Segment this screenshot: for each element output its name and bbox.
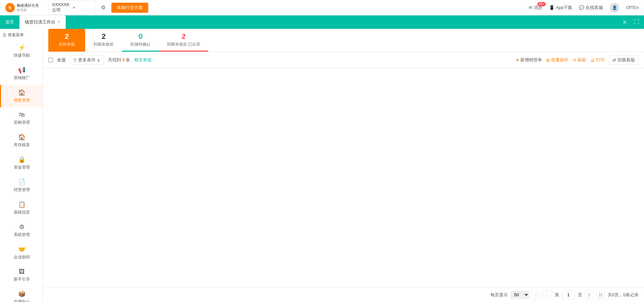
sidebar-item-cooperation[interactable]: 🤝 企业协同 <box>0 242 43 264</box>
service-icon: 💬 <box>579 5 584 10</box>
tab-expand-button[interactable]: ⛶ <box>632 17 641 27</box>
stat-num-all: 2 <box>65 32 69 41</box>
filter-button[interactable]: ▽ 更多条件 ∨ <box>70 55 104 65</box>
page-input[interactable] <box>562 291 575 299</box>
stat-tab-overdue-out[interactable]: 2 到期未收款 已出库 <box>159 29 208 52</box>
user-name: OfTEn <box>626 5 639 10</box>
stat-tab-all[interactable]: 2 全部单据 <box>48 29 85 52</box>
select-all-label: 全选 <box>57 57 66 63</box>
tab-home[interactable]: 首页 <box>0 15 19 29</box>
message-button[interactable]: ✉ 消息 99+ <box>529 5 542 11</box>
total-text: 共0页，0条记录 <box>608 292 639 298</box>
stats-tabs: 2 全部单据 2 到期未收款 0 旺辅待确认 2 到期未收款 已出库 <box>43 29 644 52</box>
found-count: 0 <box>122 57 125 62</box>
sidebar-search[interactable]: ☰ 搜索菜单 <box>0 29 43 40</box>
system-icon: ⚙ <box>19 223 24 231</box>
refresh-icon: ↺ <box>573 58 576 63</box>
filter-chevron-icon: ∨ <box>97 58 100 63</box>
sidebar-item-operations[interactable]: 📄 经营管理 <box>0 174 43 197</box>
found-link[interactable]: 相关单据 <box>134 57 152 63</box>
print-icon: 🖨 <box>590 58 595 63</box>
sidebar-item-purchase[interactable]: 🛍 采购管理 <box>0 107 43 129</box>
per-page-select[interactable]: 50 10 20 100 <box>511 291 529 299</box>
sidebar-item-basic-info[interactable]: 📋 基础信息 <box>0 197 43 219</box>
message-icon: ✉ <box>529 5 532 10</box>
avatar[interactable]: 👤 <box>610 3 619 12</box>
batch-operation-button[interactable]: ⊞ 批量操作 <box>546 57 569 63</box>
refresh-button[interactable]: ↺ 刷新 <box>573 57 586 63</box>
logo-text: 畅捷通好生意 标准版 <box>17 3 39 12</box>
switch-version-button[interactable]: ⇄ 切换新版 <box>609 55 639 65</box>
page-label: 第 <box>555 292 559 298</box>
select-all-checkbox[interactable] <box>48 58 53 62</box>
tab-close-icon[interactable]: ✕ <box>57 20 60 24</box>
avatar-icon: 👤 <box>612 5 617 10</box>
stat-tab-wangpu[interactable]: 0 旺辅待确认 <box>122 29 159 52</box>
sidebar-item-guide[interactable]: 🖼 新手引导 <box>0 264 43 286</box>
app-center-icon: 📦 <box>18 290 25 298</box>
company-selector[interactable]: XXXXXX公司 ▾ <box>48 0 95 15</box>
page-prev-button[interactable]: ⟨ <box>543 291 552 299</box>
per-page-label: 每页显示 <box>490 292 508 298</box>
online-service-button[interactable]: 💬 在线客服 <box>579 5 603 11</box>
stat-label-wangpu: 旺辅待确认 <box>130 42 151 47</box>
stat-label-overdue: 到期未收款 <box>94 42 114 47</box>
cooperation-icon: 🤝 <box>18 246 25 253</box>
message-badge: 99+ <box>537 2 546 6</box>
settings-button[interactable]: ⚙ <box>98 2 109 13</box>
capital-icon: 🔒 <box>18 156 25 163</box>
content-area: 2 全部单据 2 到期未收款 0 旺辅待确认 2 到期未收款 已出库 全选 ▽ … <box>43 29 644 302</box>
inventory-icon: 🏠 <box>18 133 25 141</box>
tab-bar-right: ✕ ⛶ <box>620 17 644 27</box>
print-button[interactable]: 🖨 打印 <box>590 57 605 63</box>
page-label-2: 页 <box>578 292 582 298</box>
table-area <box>43 68 644 287</box>
stat-num-overdue-out: 2 <box>182 32 186 41</box>
sidebar-item-capital[interactable]: 🔒 资金管理 <box>0 152 43 174</box>
purchase-icon: 🛍 <box>19 111 25 118</box>
sidebar-item-marketing[interactable]: 📢 营销推广 <box>0 62 43 85</box>
stat-label-all: 全部单据 <box>59 42 75 47</box>
tab-minimize-button[interactable]: ✕ <box>620 17 629 27</box>
tab-bar: 首页 钱货日清工作台 ✕ ✕ ⛶ <box>0 15 644 29</box>
main-layout: ☰ 搜索菜单 ⚡ 快捷导航 📢 营销推广 🏠 销售管理 🛍 采购管理 🏠 库存核… <box>0 29 644 302</box>
chevron-down-icon: ▾ <box>73 5 92 10</box>
toolbar: 全选 ▽ 更多条件 ∨ 共找到 0 条 相关单据 + 新增销货单 ⊞ 批量操作 <box>43 52 644 68</box>
sidebar: ☰ 搜索菜单 ⚡ 快捷导航 📢 营销推广 🏠 销售管理 🛍 采购管理 🏠 库存核… <box>0 29 43 302</box>
stat-num-wangpu: 0 <box>139 32 143 41</box>
sales-icon: 🏠 <box>18 89 25 96</box>
pagination-bar: 每页显示 50 10 20 100 ⟨⟨ ⟨ 第 页 ⟩ ⟩⟩ 共0页，0条记录 <box>43 287 644 302</box>
download-icon: 📱 <box>549 5 554 10</box>
filter-icon: ▽ <box>73 58 77 63</box>
stat-tab-overdue[interactable]: 2 到期未收款 <box>85 29 122 52</box>
search-icon: ☰ <box>3 33 6 38</box>
found-text: 共找到 0 条 <box>108 57 130 63</box>
marketing-icon: 📢 <box>18 66 25 74</box>
top-header: 6 畅捷通好生意 标准版 XXXXXX公司 ▾ ⚙ 体验行业方案 ✉ 消息 99… <box>0 0 644 15</box>
batch-icon: ⊞ <box>546 58 550 63</box>
header-right: ✉ 消息 99+ 📱 App下载 💬 在线客服 👤 OfTEn <box>529 3 639 12</box>
switch-icon: ⇄ <box>612 58 616 63</box>
sidebar-item-quick-nav[interactable]: ⚡ 快捷导航 <box>0 40 43 62</box>
page-next-button[interactable]: ⟩ <box>585 291 594 299</box>
tab-workbench[interactable]: 钱货日清工作台 ✕ <box>19 15 66 29</box>
guide-icon: 🖼 <box>19 268 25 275</box>
operations-icon: 📄 <box>18 178 25 186</box>
stat-label-overdue-out: 到期未收款 已出库 <box>167 42 200 47</box>
page-first-button[interactable]: ⟨⟨ <box>532 291 541 299</box>
company-name: XXXXXX公司 <box>52 2 71 13</box>
app-download-button[interactable]: 📱 App下载 <box>549 5 572 11</box>
sidebar-item-inventory[interactable]: 🏠 库存核算 <box>0 129 43 152</box>
plus-icon: + <box>516 57 519 63</box>
basic-info-icon: 📋 <box>18 201 25 208</box>
stat-num-overdue: 2 <box>102 32 106 41</box>
page-last-button[interactable]: ⟩⟩ <box>596 291 605 299</box>
add-sales-button[interactable]: + 新增销货单 <box>516 57 542 63</box>
sidebar-item-app-center[interactable]: 📦 应用中心 <box>0 286 43 302</box>
sidebar-item-system[interactable]: ⚙ 系统管理 <box>0 219 43 242</box>
sidebar-item-sales[interactable]: 🏠 销售管理 <box>0 85 43 107</box>
logo-area: 6 畅捷通好生意 标准版 <box>5 3 48 12</box>
logo-icon: 6 <box>5 3 15 12</box>
experience-button[interactable]: 体验行业方案 <box>111 3 148 13</box>
toolbar-right: + 新增销货单 ⊞ 批量操作 ↺ 刷新 🖨 打印 ⇄ 切换新版 <box>516 55 639 65</box>
